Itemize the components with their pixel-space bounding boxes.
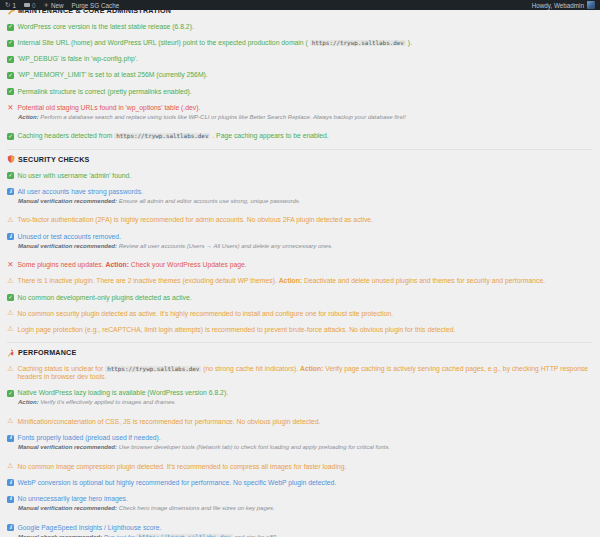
check-text: No common security plugin detected as ac… (18, 310, 394, 317)
purge-cache-button[interactable]: Purge SG Cache (72, 2, 120, 9)
url-chip[interactable]: https://trywp.saltlabs.dev (114, 133, 210, 139)
warning-icon: ⚠ (7, 418, 14, 425)
check-text: Use browser developer tools (Network tab… (117, 444, 390, 450)
check-item-text: Potential old staging URLs found in 'wp_… (18, 104, 201, 112)
check-item: iUnused or test accounts removed.Manual … (7, 233, 592, 251)
update-icon: ↻ (5, 2, 10, 9)
check-item: ✓'WP_DEBUG' is false in 'wp-config.php'. (7, 55, 592, 63)
note-label: Manual verification recommended: (18, 444, 117, 450)
section-maintenance: MAINTENANCE & CORE ADMINISTRATION✓WordPr… (7, 5, 592, 141)
info-icon: i (7, 496, 14, 503)
avatar[interactable] (587, 1, 595, 9)
check-text: WordPress core version is the latest sta… (18, 23, 194, 30)
check-item-text: Fonts properly loaded (preload used if n… (18, 434, 161, 442)
new-content-label: New (51, 2, 64, 9)
check-text: Review all user accounts (Users → All Us… (117, 243, 333, 249)
check-text: ). (406, 39, 412, 46)
check-item-text: No common development-only plugins detec… (18, 294, 192, 302)
warning-icon: ⚠ (7, 278, 14, 285)
comment-icon (24, 3, 30, 8)
check-item-text: All user accounts have strong passwords. (18, 188, 143, 196)
check-item: ✓Caching headers detected from https://t… (7, 132, 592, 140)
action-label: Action: (106, 261, 129, 268)
action-label: Action: (300, 365, 323, 372)
action-label: Action: (279, 277, 302, 284)
info-icon: i (7, 524, 14, 531)
check-text: No common image compression plugin detec… (18, 463, 347, 470)
new-content-button[interactable]: + New (43, 2, 63, 9)
check-item-text: Unused or test accounts removed. (18, 233, 122, 241)
check-item-text: WordPress core version is the latest sta… (18, 23, 194, 31)
report-content: MAINTENANCE & CORE ADMINISTRATION✓WordPr… (0, 0, 600, 537)
check-text: Check hero image dimensions and file siz… (117, 505, 275, 511)
check-text: Internal Site URL (home) and WordPress U… (18, 39, 310, 46)
check-item-text: 'WP_MEMORY_LIMIT' is set to at least 256… (18, 71, 208, 79)
check-item: ⚠Login page protection (e.g., reCAPTCHA,… (7, 326, 592, 334)
check-icon: ✓ (7, 24, 14, 31)
check-item-text: No user with username 'admin' found. (18, 172, 132, 180)
check-item: ⚠Minification/concatenation of CSS, JS i… (7, 418, 592, 426)
cross-icon: ✕ (7, 104, 14, 111)
check-icon: ✓ (7, 88, 14, 95)
check-item-text: Login page protection (e.g., reCAPTCHA, … (18, 326, 456, 334)
check-icon: ✓ (7, 294, 14, 301)
check-item-text: Internal Site URL (home) and WordPress U… (18, 39, 412, 47)
check-item-row: ⚠No common security plugin detected as a… (7, 310, 592, 318)
check-text: Deactivate and delete unused plugins and… (302, 277, 545, 284)
comments-count: 0 (32, 2, 36, 9)
howdy-menu[interactable]: Howdy, Webadmin (532, 2, 584, 9)
check-item-row: iNo unnecessarily large hero images. (7, 495, 592, 503)
check-item: ✓Internal Site URL (home) and WordPress … (7, 39, 592, 47)
check-text: 'WP_DEBUG' is false in 'wp-config.php'. (18, 55, 138, 62)
check-text: Login page protection (e.g., reCAPTCHA, … (18, 326, 456, 333)
check-item-row: ✓Internal Site URL (home) and WordPress … (7, 39, 592, 47)
check-item-row: ✓Native WordPress lazy loading is availa… (7, 389, 592, 397)
check-item-text: Google PageSpeed Insights / Lighthouse s… (18, 524, 162, 532)
check-item-note: Manual verification recommended: Check h… (18, 505, 592, 513)
note-label: Manual verification recommended: (18, 243, 117, 249)
check-item-text: Minification/concatenation of CSS, JS is… (18, 418, 321, 426)
url-chip[interactable]: https://trywp.saltlabs.dev (105, 366, 201, 372)
check-item-text: Permalink structure is correct (pretty p… (18, 88, 192, 96)
check-item: ✕Some plugins need updates. Action: Chec… (7, 261, 592, 269)
check-text: Two-factor authentication (2FA) is highl… (18, 216, 374, 223)
section-title: SECURITY CHECKS (18, 155, 90, 164)
check-icon: ✓ (7, 40, 14, 47)
check-item-text: Some plugins need updates. Action: Check… (18, 261, 247, 269)
comments-indicator[interactable]: 0 (24, 2, 36, 9)
check-item-note: Action: Verify it's effectively applied … (18, 399, 592, 407)
check-item-note: Manual verification recommended: Review … (18, 243, 592, 251)
check-icon: ✓ (7, 133, 14, 140)
check-item-row: ✓WordPress core version is the latest st… (7, 23, 592, 31)
section-title: PERFORMANCE (18, 348, 77, 357)
warning-icon: ⚠ (7, 463, 14, 470)
check-item-row: ✕Some plugins need updates. Action: Chec… (7, 261, 592, 269)
check-item: ⚠No common image compression plugin dete… (7, 463, 592, 471)
check-item-row: iAll user accounts have strong passwords… (7, 188, 592, 196)
warning-icon: ⚠ (7, 310, 14, 317)
check-text: There is 1 inactive plugin. There are 2 … (18, 277, 279, 284)
url-chip[interactable]: https://trywp.saltlabs.dev (310, 40, 406, 46)
warning-icon: ⚠ (7, 217, 14, 224)
check-item-row: ⚠Login page protection (e.g., reCAPTCHA,… (7, 326, 592, 334)
check-item: ✕Potential old staging URLs found in 'wp… (7, 104, 592, 122)
check-item-row: ✓No common development-only plugins dete… (7, 294, 592, 302)
note-label: Action: (18, 399, 39, 405)
section-heading: SECURITY CHECKS (7, 155, 592, 164)
check-item: ⚠Two-factor authentication (2FA) is high… (7, 216, 592, 224)
warning-icon: ⚠ (7, 366, 14, 373)
info-icon: i (7, 435, 14, 442)
check-text: Potential old staging URLs found in 'wp_… (18, 104, 201, 111)
updates-indicator[interactable]: ↻ 1 (5, 2, 16, 9)
check-text: Unused or test accounts removed. (18, 233, 122, 240)
check-text: No user with username 'admin' found. (18, 172, 132, 179)
check-text: Native WordPress lazy loading is availab… (18, 389, 229, 396)
check-text: All user accounts have strong passwords. (18, 188, 143, 195)
check-text: Fonts properly loaded (preload used if n… (18, 434, 161, 441)
plus-icon: + (43, 2, 48, 9)
check-item-text: Caching status is unclear for https://tr… (18, 365, 593, 381)
check-item-row: iUnused or test accounts removed. (7, 233, 592, 241)
check-text: WebP conversion is optional but highly r… (18, 479, 337, 486)
check-text: No unnecessarily large hero images. (18, 495, 128, 502)
check-item: ✓WordPress core version is the latest st… (7, 23, 592, 31)
